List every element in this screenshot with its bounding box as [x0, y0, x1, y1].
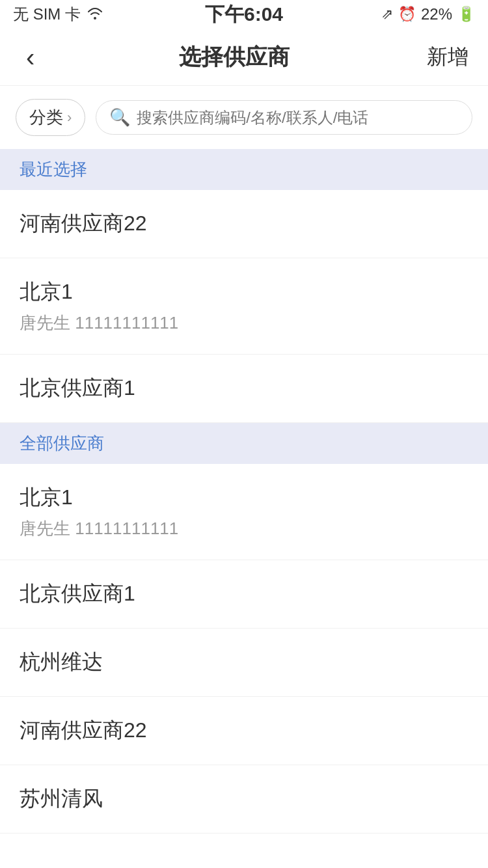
search-box: 🔍	[96, 100, 472, 135]
search-icon: 🔍	[109, 107, 130, 128]
recent-section-header: 最近选择	[0, 149, 488, 190]
all-list-item[interactable]: 杭州维达	[0, 629, 488, 697]
page-title: 选择供应商	[179, 42, 290, 72]
all-list-item[interactable]: 北京供应商1	[0, 560, 488, 629]
status-bar: 无 SIM 卡 下午6:04 ⇗ ⏰ 22% 🔋	[0, 0, 488, 29]
item-name: 苏州清风	[20, 785, 468, 813]
item-name: 北京1	[20, 278, 468, 306]
all-list-item[interactable]: 北京1唐先生 11111111111	[0, 464, 488, 560]
recent-list: 河南供应商22北京1唐先生 11111111111北京供应商1	[0, 190, 488, 423]
nav-bar: ‹ 选择供应商 新增	[0, 29, 488, 86]
item-name: 河南供应商22	[20, 210, 468, 238]
chevron-right-icon: ›	[67, 109, 72, 126]
item-name: 北京供应商1	[20, 374, 468, 403]
item-name: 杭州维达	[20, 648, 468, 677]
battery-label: 22%	[421, 5, 452, 23]
item-name: 北京1	[20, 483, 468, 512]
category-label: 分类	[29, 106, 63, 129]
category-button[interactable]: 分类 ›	[16, 99, 85, 136]
filter-bar: 分类 › 🔍	[0, 86, 488, 149]
location-icon: ⇗	[381, 6, 393, 23]
recent-list-item[interactable]: 河南供应商22	[0, 190, 488, 258]
recent-list-item[interactable]: 北京1唐先生 11111111111	[0, 258, 488, 355]
wifi-icon	[86, 5, 104, 23]
recent-list-item[interactable]: 北京供应商1	[0, 355, 488, 423]
all-section-label: 全部供应商	[20, 433, 104, 453]
all-list-item[interactable]: 苏州清风	[0, 765, 488, 834]
back-button[interactable]: ‹	[20, 38, 41, 77]
item-sub: 唐先生 11111111111	[20, 517, 468, 540]
battery-icon: 🔋	[457, 6, 475, 23]
all-list-item[interactable]: 河南供应商22	[0, 697, 488, 765]
search-input[interactable]	[137, 109, 459, 127]
status-time: 下午6:04	[205, 1, 283, 28]
status-right: ⇗ ⏰ 22% 🔋	[381, 5, 475, 23]
all-section-header: 全部供应商	[0, 423, 488, 464]
item-name: 河南供应商22	[20, 716, 468, 745]
item-sub: 唐先生 11111111111	[20, 312, 468, 334]
all-list: 北京1唐先生 11111111111北京供应商1杭州维达河南供应商22苏州清风	[0, 464, 488, 834]
alarm-icon: ⏰	[398, 6, 416, 23]
status-left: 无 SIM 卡	[13, 4, 104, 25]
item-name: 北京供应商1	[20, 580, 468, 608]
add-button[interactable]: 新增	[427, 43, 468, 72]
carrier-label: 无 SIM 卡	[13, 4, 81, 25]
recent-section-label: 最近选择	[20, 159, 87, 179]
